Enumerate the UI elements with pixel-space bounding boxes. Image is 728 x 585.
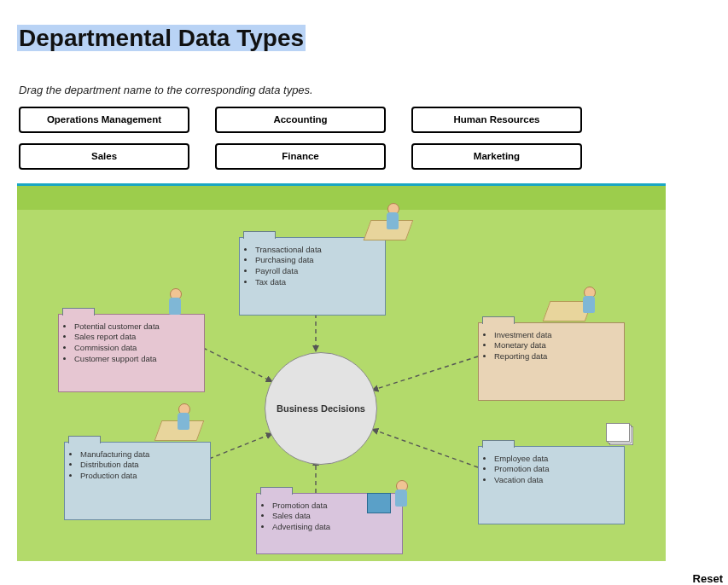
reset-button[interactable]: Reset <box>693 572 723 585</box>
chip-human-resources[interactable]: Human Resources <box>411 107 582 133</box>
chip-marketing[interactable]: Marketing <box>411 143 582 170</box>
folder-left-lower-list: Manufacturing data Distribution data Pro… <box>80 449 210 482</box>
monitor-icon <box>367 493 391 513</box>
center-label: Business Decisions <box>277 403 365 414</box>
instruction-text: Drag the department name to the correspo… <box>19 84 711 96</box>
folder-right-lower-list: Employee data Promotion data Vacation da… <box>494 454 624 486</box>
page-title: Departmental Data Types <box>17 25 306 52</box>
svg-line-3 <box>209 433 273 459</box>
chip-finance[interactable]: Finance <box>215 143 386 170</box>
chip-sales[interactable]: Sales <box>19 143 189 170</box>
folder-top[interactable]: Transactional data Purchasing data Payro… <box>239 237 386 316</box>
folder-right-lower[interactable]: Employee data Promotion data Vacation da… <box>478 446 625 524</box>
folder-left-upper[interactable]: Potential customer data Sales report dat… <box>58 314 205 392</box>
svg-line-2 <box>371 356 478 391</box>
diagram-board: Business Decisions Transactional data Pu… <box>17 186 666 561</box>
chip-accounting[interactable]: Accounting <box>215 107 386 133</box>
papers-icon <box>606 423 632 443</box>
folder-right-upper[interactable]: Investment data Monetary data Reporting … <box>478 322 625 401</box>
folder-top-list: Transactional data Purchasing data Payro… <box>255 245 385 288</box>
folder-left-lower[interactable]: Manufacturing data Distribution data Pro… <box>64 442 211 520</box>
chip-operations-management[interactable]: Operations Management <box>19 107 189 133</box>
svg-line-1 <box>203 348 273 382</box>
folder-right-upper-list: Investment data Monetary data Reporting … <box>494 330 624 362</box>
draggable-chip-area: Operations Management Accounting Human R… <box>19 107 711 170</box>
folder-left-upper-list: Potential customer data Sales report dat… <box>74 321 204 365</box>
center-circle: Business Decisions <box>265 352 377 465</box>
svg-line-4 <box>371 429 478 467</box>
